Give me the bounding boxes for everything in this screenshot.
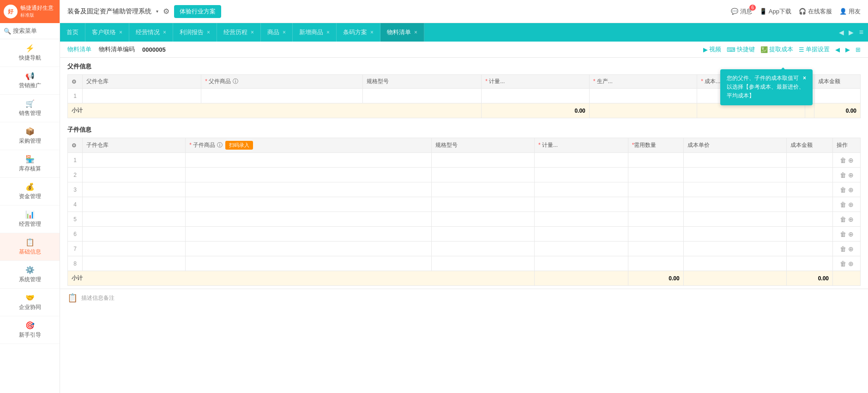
child-row-7-amount[interactable] [787,242,833,256]
tab-history[interactable]: 经营历程 × [217,23,261,42]
child-row-7-unit[interactable] [535,242,628,256]
tab-operations-close[interactable]: × [163,29,166,36]
tab-history-close[interactable]: × [251,29,254,36]
child-row-4-needed[interactable] [628,197,683,212]
tab-next-arrow[interactable]: ▶ [847,28,856,37]
tab-customer[interactable]: 客户联络 × [85,23,129,42]
tab-home[interactable]: 首页 [60,23,85,42]
page-nav-prev[interactable]: ◀ [835,46,840,53]
child-row-1-delete[interactable]: 🗑 [840,157,846,164]
child-row-4-product[interactable] [186,197,431,212]
child-row-6-spec[interactable] [431,227,534,242]
user-button[interactable]: 👤 用友 [839,7,861,16]
tab-barcode-close[interactable]: × [370,29,374,36]
child-row-6-needed[interactable] [628,227,683,242]
action-settings[interactable]: ☰ 单据设置 [799,45,830,54]
child-row-1-amount[interactable] [787,153,833,168]
tab-profit[interactable]: 利润报告 × [173,23,217,42]
tab-barcode[interactable]: 条码方案 × [337,23,380,42]
child-row-5-unit[interactable] [535,212,628,227]
child-row-8-copy[interactable]: ⊕ [848,260,854,267]
action-cost[interactable]: 💹 提取成本 [760,45,793,54]
action-shortcut[interactable]: ⌨ 快捷键 [727,45,755,54]
child-row-2-warehouse[interactable] [83,168,186,182]
child-row-5-unit-cost[interactable] [683,212,786,227]
parent-row-1-warehouse[interactable] [83,89,201,103]
child-row-7-spec[interactable] [431,242,534,256]
child-row-3-unit-cost[interactable] [683,182,786,197]
settings-icon[interactable]: ⚙ [163,7,169,16]
sidebar-item-quick-nav[interactable]: ⚡ 快捷导航 [0,39,60,67]
tab-new-goods[interactable]: 新增商品 × [293,23,337,42]
page-nav-next[interactable]: ▶ [845,46,850,53]
sidebar-item-guide[interactable]: 🎯 新手引导 [0,316,60,344]
child-row-3-needed[interactable] [628,182,683,197]
child-row-5-amount[interactable] [787,212,833,227]
sidebar-item-enterprise[interactable]: 🤝 企业协同 [0,289,60,316]
child-row-7-warehouse[interactable] [83,242,186,256]
list-view-icon[interactable]: ⊞ [856,46,861,53]
action-view[interactable]: ▶ 视频 [703,45,721,54]
child-row-2-unit-cost[interactable] [683,168,786,182]
child-row-5-spec[interactable] [431,212,534,227]
sidebar-item-marketing[interactable]: 📢 营销推广 [0,67,60,95]
tab-operations[interactable]: 经营情况 × [129,23,173,42]
sys-dropdown-arrow[interactable]: ▾ [156,9,158,14]
child-row-7-unit-cost[interactable] [683,242,786,256]
child-row-8-amount[interactable] [787,256,833,271]
tab-goods-close[interactable]: × [283,29,286,36]
child-row-8-unit-cost[interactable] [683,256,786,271]
parent-row-1-production[interactable] [589,89,697,103]
sidebar-item-purchase[interactable]: 📦 采购管理 [0,122,60,150]
child-row-4-delete[interactable]: 🗑 [840,201,846,208]
child-row-3-amount[interactable] [787,182,833,197]
child-row-1-unit[interactable] [535,153,628,168]
child-row-3-spec[interactable] [431,182,534,197]
child-row-1-product[interactable] [186,153,431,168]
child-row-7-delete[interactable]: 🗑 [840,245,846,253]
child-row-6-product[interactable] [186,227,431,242]
sidebar-item-inventory[interactable]: 🏪 库存核算 [0,150,60,178]
parent-row-1-amount[interactable] [814,89,861,103]
child-row-4-unit[interactable] [535,197,628,212]
child-row-5-copy[interactable]: ⊕ [848,216,854,223]
tab-prev-arrow[interactable]: ◀ [837,28,846,37]
tab-new-goods-close[interactable]: × [326,29,330,36]
child-row-4-spec[interactable] [431,197,534,212]
tab-goods[interactable]: 商品 × [261,23,293,42]
tooltip-close-btn[interactable]: × [803,74,806,83]
child-row-5-needed[interactable] [628,212,683,227]
child-row-5-delete[interactable]: 🗑 [840,216,846,223]
child-row-7-needed[interactable] [628,242,683,256]
online-service-button[interactable]: 🎧 在线客服 [799,7,832,16]
child-row-7-product[interactable] [186,242,431,256]
child-row-6-copy[interactable]: ⊕ [848,230,854,238]
tab-customer-close[interactable]: × [119,29,122,36]
sidebar-item-sales[interactable]: 🛒 销售管理 [0,95,60,122]
breadcrumb-link[interactable]: 物料清单 [67,45,91,54]
app-download-button[interactable]: 📱 App下载 [760,7,791,16]
child-row-4-warehouse[interactable] [83,197,186,212]
child-row-2-amount[interactable] [787,168,833,182]
child-row-8-warehouse[interactable] [83,256,186,271]
parent-row-1-product[interactable] [201,89,363,103]
child-row-3-unit[interactable] [535,182,628,197]
child-row-3-warehouse[interactable] [83,182,186,197]
sidebar-item-system[interactable]: ⚙️ 系统管理 [0,261,60,289]
child-row-6-warehouse[interactable] [83,227,186,242]
child-row-6-amount[interactable] [787,227,833,242]
child-row-5-product[interactable] [186,212,431,227]
child-row-5-warehouse[interactable] [83,212,186,227]
sidebar-item-basic-info[interactable]: 📋 基础信息 [0,233,60,261]
child-row-8-unit[interactable] [535,256,628,271]
close-all-tabs[interactable]: ≡ [856,28,866,36]
child-row-4-amount[interactable] [787,197,833,212]
child-row-3-delete[interactable]: 🗑 [840,186,846,193]
child-row-2-copy[interactable]: ⊕ [848,171,854,179]
sidebar-item-finance[interactable]: 💰 资金管理 [0,178,60,206]
child-row-7-copy[interactable]: ⊕ [848,245,854,253]
experience-button[interactable]: 体验行业方案 [174,5,221,18]
child-row-8-product[interactable] [186,256,431,271]
child-row-1-copy[interactable]: ⊕ [848,157,854,164]
parent-row-1-spec[interactable] [362,89,481,103]
